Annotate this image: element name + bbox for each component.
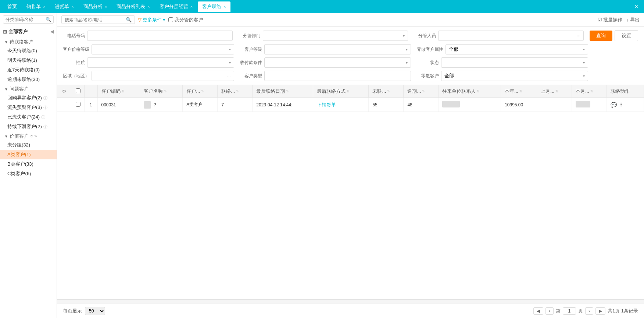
close-sales-tab[interactable]: × xyxy=(43,4,45,9)
batch-ops-button[interactable]: ☑ 批量操作 xyxy=(598,17,622,23)
info-icon-4: ⓘ xyxy=(43,124,47,130)
col-overdue[interactable]: 逾期... ⇅ xyxy=(404,85,439,98)
nav-tab-analysis-list[interactable]: 商品分析列表 × xyxy=(112,1,154,12)
sidebar-item-churn-warning[interactable]: 流失预警客户(3) ⓘ xyxy=(0,103,57,112)
prev-page-button[interactable]: ‹ xyxy=(545,307,554,315)
close-purchase-tab[interactable]: × xyxy=(71,4,74,9)
thismonth-sort-icon: ⇅ xyxy=(590,89,593,93)
sidebar-item-class-a[interactable]: A类客户(1) xyxy=(0,150,57,159)
status-arrow-icon: ▾ xyxy=(583,61,585,65)
row-select-checkbox[interactable] xyxy=(76,102,80,107)
nav-tab-sales[interactable]: 销售单 × xyxy=(22,1,50,12)
col-this-year[interactable]: 本年... ⇅ xyxy=(501,85,537,98)
col-name[interactable]: 客户名称 ⇅ xyxy=(140,85,183,98)
sidebar-group-problem[interactable]: ▼ 问题客户 xyxy=(0,84,57,93)
col-contact[interactable]: 联络... ⇅ xyxy=(218,85,253,98)
window-close-button[interactable]: × xyxy=(632,3,641,10)
nature-select[interactable]: ▾ xyxy=(87,57,234,68)
customer-type-select[interactable] xyxy=(264,71,411,81)
sidebar-item-7days[interactable]: 近7天待联络(0) xyxy=(0,65,57,75)
col-customer-type[interactable]: 客户... ⇅ xyxy=(183,85,218,98)
manager-select[interactable]: ··· xyxy=(438,31,584,41)
all-customers-header[interactable]: ⊞ 全部客户 ◀ xyxy=(0,26,57,37)
dept-select[interactable]: ▾ xyxy=(263,31,408,41)
nav-tab-customer-contact[interactable]: 客户联络 × xyxy=(198,1,230,12)
prev-sort-icon: ⇅ xyxy=(477,89,480,93)
nav-tab-purchase[interactable]: 进货单 × xyxy=(50,1,78,12)
first-page-button[interactable]: ◀ xyxy=(533,307,543,315)
sidebar-item-overdue[interactable]: 逾期未联络(30) xyxy=(0,75,57,84)
chat-icon[interactable]: 💬 xyxy=(611,102,617,108)
customer-level-select[interactable]: ▾ xyxy=(264,44,411,54)
row-this-month xyxy=(572,98,607,112)
sidebar-item-today[interactable]: 今天待联络(0) xyxy=(0,46,57,56)
row-this-year: 10995.00 xyxy=(501,98,537,112)
price-level-select[interactable]: ▾ xyxy=(92,44,234,54)
payment-select[interactable]: ▾ xyxy=(264,57,411,68)
filter-search-icon[interactable]: 🔍 xyxy=(126,17,132,22)
close-analysis-tab[interactable]: × xyxy=(105,4,107,9)
filter-cell-price-level: 客户价格等级 ▾ xyxy=(63,44,240,54)
col-no-contact[interactable]: 未联... ⇅ xyxy=(369,85,404,98)
more-filter-button[interactable]: ▽ 更多条件 ▾ xyxy=(138,17,165,23)
status-select[interactable]: ▾ xyxy=(441,57,588,68)
table-row: 1 000031 ？ A类客户 7 2023-04-12 14:44: xyxy=(57,98,644,112)
retail-select[interactable]: 全部 ▾ xyxy=(441,71,588,81)
nav-home[interactable]: 首页 xyxy=(3,1,21,12)
nocontact-sort-icon: ⇅ xyxy=(387,89,390,93)
sidebar-item-repurchase-anomaly[interactable]: 回购异常客户(2) ⓘ xyxy=(0,93,57,103)
next-page-button[interactable]: › xyxy=(585,307,593,315)
filter-search-input[interactable] xyxy=(65,17,126,22)
col-last-contact-date[interactable]: 最后联络日期 ⇅ xyxy=(253,85,313,98)
refresh-icon[interactable]: ↻ xyxy=(30,134,33,139)
row-contact: 7 xyxy=(218,98,253,112)
col-last-month[interactable]: 上月... ⇅ xyxy=(537,85,572,98)
export-button[interactable]: ↓ 导出 xyxy=(627,17,640,23)
close-analysis-list-tab[interactable]: × xyxy=(147,4,150,9)
top-nav: 首页 销售单 × 进货单 × 商品分析 × 商品分析列表 × 客户分层经营 × … xyxy=(0,0,644,13)
col-code[interactable]: 客户编码 ⇅ xyxy=(97,85,140,98)
sidebar-item-ungrouped[interactable]: 未分组(32) xyxy=(0,140,57,150)
phone-input[interactable] xyxy=(87,31,233,41)
arrow-icon-3: ▼ xyxy=(4,134,8,138)
page-size-select[interactable]: 50 100 200 xyxy=(85,307,105,315)
my-customer-checkbox[interactable]: 我分管的客户 xyxy=(168,17,203,23)
page-number-input[interactable] xyxy=(563,307,576,315)
region-select[interactable]: ··· xyxy=(92,71,234,81)
last-page-button[interactable]: ▶ xyxy=(595,307,605,315)
filter-cell-customer-level: 客户等级 ▾ xyxy=(240,44,417,54)
row-action: 💬 ⠿ xyxy=(607,98,644,112)
filter-row-3: 性质 ▾ 收付款条件 ▾ 状态 xyxy=(63,57,638,68)
select-all-checkbox[interactable] xyxy=(76,88,80,93)
col-action: 联络动作 xyxy=(607,85,644,98)
nav-tab-customer-mgmt[interactable]: 客户分层经营 × xyxy=(155,1,197,12)
close-customer-contact-tab[interactable]: × xyxy=(223,4,226,9)
sidebar-group-pending[interactable]: ▼ 待联络客户 xyxy=(0,37,57,46)
contact-method-link[interactable]: 下销货单 xyxy=(317,102,336,107)
export-icon: ↓ xyxy=(627,17,629,22)
sidebar-collapse-button[interactable]: ◀ xyxy=(50,29,54,34)
setting-button[interactable]: 设置 xyxy=(615,30,638,41)
retail-attr-arrow-icon: ▾ xyxy=(583,47,585,52)
col-prev-contacts[interactable]: 往来单位联系人 ⇅ xyxy=(439,85,501,98)
edit-icon[interactable]: ✎ xyxy=(34,134,37,139)
qr-icon[interactable]: ⠿ xyxy=(619,102,623,108)
close-customer-mgmt-tab[interactable]: × xyxy=(190,4,193,9)
filter-cell-payment: 收付款条件 ▾ xyxy=(240,57,417,68)
sidebar-group-value[interactable]: ▼ 价值客户 ↻ ✎ xyxy=(0,131,57,140)
col-this-month[interactable]: 本月... ⇅ xyxy=(572,85,607,98)
sidebar-item-tomorrow[interactable]: 明天待联络(1) xyxy=(0,56,57,65)
col-gear[interactable]: ⚙ xyxy=(57,85,72,98)
date-sort-icon: ⇅ xyxy=(286,89,289,93)
sidebar-item-declining[interactable]: 持续下滑客户(2) ⓘ xyxy=(0,122,57,131)
col-last-contact-method[interactable]: 最后联络方式 ⇅ xyxy=(313,85,369,98)
nav-tab-analysis[interactable]: 商品分析 × xyxy=(79,1,111,12)
sidebar-item-class-c[interactable]: C类客户(6) xyxy=(0,169,57,179)
my-customer-check[interactable] xyxy=(168,17,173,22)
sidebar-item-churned[interactable]: 已流失客户(24) ⓘ xyxy=(0,112,57,122)
search-button[interactable]: 查询 xyxy=(590,31,612,41)
this-month-value xyxy=(576,101,590,107)
retail-attr-select[interactable]: 全部 ▾ xyxy=(446,44,588,54)
horizontal-scrollbar[interactable] xyxy=(57,299,644,304)
sidebar-item-class-b[interactable]: B类客户(33) xyxy=(0,159,57,169)
